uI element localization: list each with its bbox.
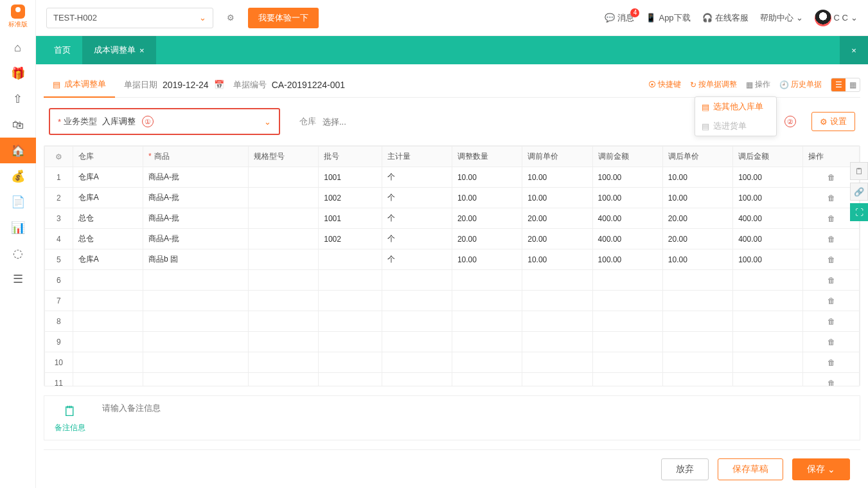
operations-link[interactable]: ▦操作 [746,79,770,90]
nav-bag-icon[interactable]: 🛍 [0,112,36,138]
close-icon[interactable]: × [139,46,145,55]
cell-amount-before[interactable]: 400.00 [592,208,662,229]
tab-home[interactable]: 首页 [42,36,82,64]
shortcut-link[interactable]: ⦿快捷键 [648,79,681,90]
cell-unit[interactable]: 个 [382,208,452,229]
cell-price-after[interactable]: 20.00 [662,229,732,249]
messages-link[interactable]: 💬 消息 4 [605,12,634,24]
cell-amount-after[interactable]: 400.00 [733,229,803,249]
customer-service-link[interactable]: 🎧 在线客服 [702,12,748,24]
help-center-link[interactable]: 帮助中心 ⌄ [760,12,803,24]
row-delete-icon[interactable]: 🗑 [803,229,860,249]
doc-tab-active[interactable]: ▤ 成本调整单 [44,72,115,98]
cell-amount-before[interactable]: 100.00 [592,167,662,188]
cell-unit[interactable]: 个 [382,229,452,249]
cell-spec[interactable] [248,229,318,249]
table-row-empty[interactable]: 9🗑 [45,332,860,352]
row-delete-icon[interactable]: 🗑 [803,291,860,311]
cell-price-before[interactable]: 10.00 [522,167,592,188]
cell-unit[interactable]: 个 [382,188,452,208]
warehouse-input[interactable] [323,117,451,127]
cell-amount-before[interactable]: 400.00 [592,229,662,249]
cell-qty[interactable]: 10.00 [452,249,522,270]
tab-cost-adjust[interactable]: 成本调整单 × [82,36,156,64]
cell-amount-after[interactable]: 400.00 [733,208,803,229]
cell-product[interactable]: 商品A-批 [143,208,249,229]
row-delete-icon[interactable]: 🗑 [803,311,860,332]
cell-warehouse[interactable]: 仓库A [73,188,143,208]
th-gear[interactable]: ⚙ [45,147,73,167]
cell-spec[interactable] [248,167,318,188]
cell-price-before[interactable]: 20.00 [522,208,592,229]
nav-report-icon[interactable]: 📊 [0,215,36,240]
table-row-empty[interactable]: 7🗑 [45,291,860,311]
table-row-empty[interactable]: 10🗑 [45,352,860,373]
table-row-empty[interactable]: 8🗑 [45,311,860,332]
cell-spec[interactable] [248,249,318,270]
cell-qty[interactable]: 20.00 [452,229,522,249]
cell-warehouse[interactable]: 总仓 [73,208,143,229]
cell-batch[interactable]: 1001 [319,167,382,188]
nav-new-icon[interactable]: ☰ [0,266,36,292]
cell-unit[interactable]: 个 [382,167,452,188]
cell-warehouse[interactable]: 总仓 [73,229,143,249]
table-row[interactable]: 4 总仓 商品A-批 1002 个 20.00 20.00 400.00 20.… [45,229,860,249]
nav-warehouse-icon[interactable]: 🏠 [0,138,36,163]
cell-spec[interactable] [248,208,318,229]
row-delete-icon[interactable]: 🗑 [803,332,860,352]
cell-price-after[interactable]: 10.00 [662,167,732,188]
cell-amount-after[interactable]: 100.00 [733,188,803,208]
cell-amount-before[interactable]: 100.00 [592,188,662,208]
cell-qty[interactable]: 10.00 [452,188,522,208]
cell-batch[interactable]: 1001 [319,208,382,229]
cell-amount-before[interactable]: 100.00 [592,249,662,270]
business-type-select[interactable]: * 业务类型 入库调整 ① ⌄ [49,108,280,135]
row-delete-icon[interactable]: 🗑 [803,249,860,270]
cell-price-after[interactable]: 10.00 [662,249,732,270]
cell-product[interactable]: 商品A-批 [143,167,249,188]
nav-sync-icon[interactable]: ◌ [0,240,36,266]
org-selector[interactable]: TEST-H002 ⌄ [46,8,213,28]
cell-qty[interactable]: 20.00 [452,208,522,229]
table-row-empty[interactable]: 6🗑 [45,270,860,291]
cell-product[interactable]: 商品A-批 [143,229,249,249]
user-menu[interactable]: C C ⌄ [815,10,858,26]
nav-gift-icon[interactable]: 🎁 [0,60,36,86]
cell-qty[interactable]: 10.00 [452,167,522,188]
cell-price-before[interactable]: 10.00 [522,249,592,270]
save-draft-button[interactable]: 保存草稿 [718,458,783,480]
row-delete-icon[interactable]: 🗑 [803,373,860,387]
table-row-empty[interactable]: 11🗑 [45,373,860,387]
cell-amount-after[interactable]: 100.00 [733,249,803,270]
cell-price-after[interactable]: 20.00 [662,208,732,229]
remark-input[interactable] [96,396,860,440]
dock-note-icon[interactable]: 🗒 [850,162,868,180]
table-row[interactable]: 5 仓库A 商品b 固 个 10.00 10.00 100.00 10.00 1… [45,249,860,270]
nav-doc-icon[interactable]: 📄 [0,189,36,215]
cell-batch[interactable]: 1002 [319,229,382,249]
cell-product[interactable]: 商品b 固 [143,249,249,270]
nav-money-icon[interactable]: 💰 [0,163,36,189]
settings-button[interactable]: ⚙ 设置 [811,112,855,131]
save-button[interactable]: 保存 ⌄ [792,458,850,480]
cell-price-after[interactable]: 10.00 [662,188,732,208]
nav-home-icon[interactable]: ⌂ [0,35,36,60]
view-grid-icon[interactable]: ▦ [846,78,860,91]
abandon-button[interactable]: 放弃 [661,458,709,480]
close-all-tabs[interactable]: × [840,36,868,64]
table-row[interactable]: 2 仓库A 商品A-批 1002 个 10.00 10.00 100.00 10… [45,188,860,208]
cell-product[interactable]: 商品A-批 [143,188,249,208]
by-document-link[interactable]: ↻按单据调整 [690,79,737,90]
view-list-icon[interactable]: ☰ [831,78,846,91]
dropdown-purchase[interactable]: ▤ 选进货单 [695,116,776,136]
cell-price-before[interactable]: 10.00 [522,188,592,208]
row-delete-icon[interactable]: 🗑 [803,352,860,373]
dock-expand-icon[interactable]: ⛶ [850,203,868,221]
org-settings-icon[interactable]: ⚙ [221,8,240,28]
dock-link-icon[interactable]: 🔗 [850,183,868,201]
cell-unit[interactable]: 个 [382,249,452,270]
dropdown-other-inbound[interactable]: ▤ 选其他入库单 [695,97,776,116]
history-link[interactable]: 🕘历史单据 [779,79,822,90]
try-button[interactable]: 我要体验一下 [248,8,319,28]
row-delete-icon[interactable]: 🗑 [803,270,860,291]
